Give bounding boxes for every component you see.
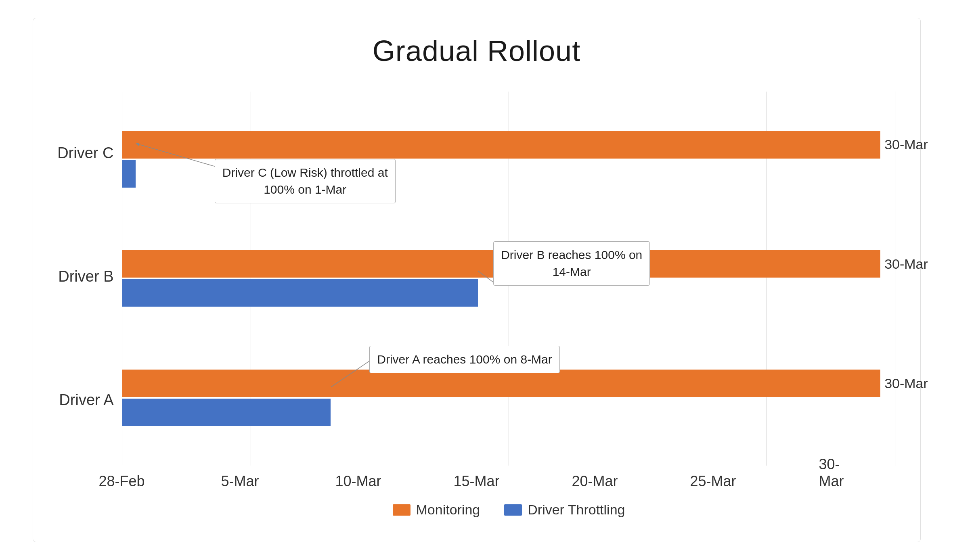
x-label-10mar: 10-Mar (335, 473, 381, 490)
bar-driver-a-throttling (122, 399, 331, 426)
right-label-driver-a: 30-Mar (884, 376, 948, 391)
legend-label-throttling: Driver Throttling (528, 502, 625, 518)
chart-container: Gradual Rollout Driver C Driver B Driver… (33, 18, 921, 542)
chart-plot: Driver C Driver B Driver A (57, 92, 896, 466)
legend-swatch-throttling (504, 504, 522, 516)
legend: Monitoring Driver Throttling (122, 502, 896, 518)
y-axis: Driver C Driver B Driver A (57, 92, 122, 466)
bar-row-driver-a-blue (122, 399, 896, 426)
x-label-28feb: 28-Feb (98, 473, 145, 490)
y-label-driver-c: Driver C (57, 144, 122, 162)
bar-row-driver-a-orange: 30-Mar (122, 370, 896, 397)
right-label-driver-c: 30-Mar (884, 137, 948, 153)
x-axis: 28-Feb 5-Mar 10-Mar 15-Mar 20-Mar 25-Mar… (122, 466, 832, 490)
annotation-driver-a: Driver A reaches 100% on 8-Mar (369, 346, 560, 373)
x-label-15mar: 15-Mar (453, 473, 499, 490)
bar-driver-c-monitoring (122, 131, 881, 159)
y-label-driver-b: Driver B (57, 268, 122, 285)
bar-driver-a-monitoring (122, 370, 881, 397)
x-label-20mar: 20-Mar (572, 473, 618, 490)
x-label-5mar: 5-Mar (221, 473, 259, 490)
bar-row-driver-c-orange: 30-Mar (122, 131, 896, 159)
plot-area: 30-Mar 30-Mar (122, 92, 896, 466)
bar-driver-b-throttling (122, 279, 478, 307)
annotation-driver-c: Driver C (Low Risk) throttled at100% on … (215, 159, 396, 203)
legend-swatch-monitoring (393, 504, 411, 516)
annotation-driver-b: Driver B reaches 100% on14-Mar (493, 241, 650, 286)
legend-item-monitoring: Monitoring (393, 502, 480, 518)
chart-area: Driver C Driver B Driver A (57, 92, 896, 518)
legend-label-monitoring: Monitoring (416, 502, 480, 518)
y-label-driver-a: Driver A (57, 391, 122, 409)
chart-title: Gradual Rollout (57, 34, 896, 67)
x-label-25mar: 25-Mar (690, 473, 736, 490)
bar-driver-c-throttling (122, 160, 136, 188)
right-label-driver-b: 30-Mar (884, 256, 948, 272)
legend-item-throttling: Driver Throttling (504, 502, 625, 518)
bar-group-driver-a: 30-Mar (122, 370, 896, 426)
